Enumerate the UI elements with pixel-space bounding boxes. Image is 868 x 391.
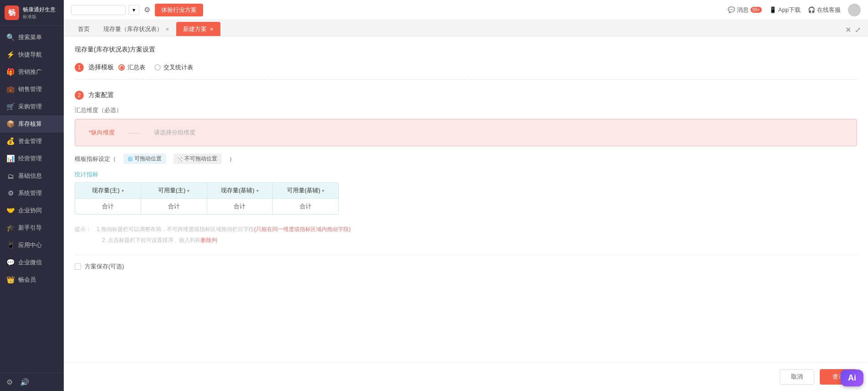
logo-title: 畅康通好生意 bbox=[23, 6, 56, 14]
chevron-down-icon-0: ▾ bbox=[122, 188, 124, 193]
stats-col-body-0: 合计 bbox=[75, 199, 141, 214]
app-download-item[interactable]: 📱 App下载 bbox=[769, 6, 801, 14]
dimension-box[interactable]: *纵向维度 —— 请选择分组维度 bbox=[75, 119, 857, 146]
sidebar-item-quicknav[interactable]: ⚡快捷导航 bbox=[0, 46, 64, 63]
sidebar-label-cooperation: 企业协同 bbox=[18, 206, 42, 215]
topbar-search-input[interactable] bbox=[71, 5, 126, 15]
sidebar-item-wechat[interactable]: 💬企业微信 bbox=[0, 254, 64, 271]
tab-inventory-status[interactable]: 现存量（库存状况表） ✕ bbox=[97, 22, 176, 36]
sidebar-item-appcenter[interactable]: 📱应用中心 bbox=[0, 237, 64, 254]
stats-col-header-1[interactable]: 可用量(主) ▾ bbox=[141, 183, 207, 199]
stats-col-2: 现存量(基辅) ▾ bbox=[207, 183, 273, 199]
online-service-item[interactable]: 🎧 在线客服 bbox=[808, 6, 841, 14]
save-checkbox[interactable] bbox=[75, 263, 81, 270]
panel-close-icon[interactable]: ✕ bbox=[845, 26, 851, 34]
step2-section: 2 方案配置 汇总维度（必选） *纵向维度 —— 请选择分组维度 模板指标设定（… bbox=[75, 91, 857, 278]
sidebar-item-basic[interactable]: 🗂基础信息 bbox=[0, 167, 64, 185]
tips-title: 提示： 1.拖动标题栏可以调整布局，不可跨维度或指标区域拖动栏目字段 bbox=[75, 226, 254, 232]
page-title: 现存量(库存状况表)方案设置 bbox=[75, 46, 857, 54]
tips-delete-highlight: 删除列 bbox=[201, 237, 217, 243]
tips-row-2: 2. 点击标题栏下拉可设置排序、插入列和删除列 bbox=[75, 235, 857, 246]
dim-separator: —— bbox=[128, 129, 140, 136]
sidebar-bottom: ⚙ 🔊 bbox=[0, 373, 64, 391]
tab-inventory-label: 现存量（库存状况表） bbox=[103, 25, 163, 33]
tab-home[interactable]: 首页 bbox=[71, 22, 97, 36]
stats-col-label-0: 现存量(主) bbox=[92, 186, 120, 195]
sidebar-item-cooperation[interactable]: 🤝企业协同 bbox=[0, 202, 64, 219]
sidebar-item-newguide[interactable]: 🎓新手引导 bbox=[0, 219, 64, 237]
tab-inventory-close[interactable]: ✕ bbox=[165, 26, 169, 32]
sidebar-item-search[interactable]: 🔍搜索菜单 bbox=[0, 29, 64, 46]
content-area: 现存量(库存状况表)方案设置 1 选择模板 汇总表 交叉统计表 bbox=[64, 36, 868, 362]
step2-title: 方案配置 bbox=[88, 91, 114, 99]
tab-new-plan[interactable]: 新建方案 ✕ bbox=[176, 22, 220, 36]
phone-icon: 📱 bbox=[769, 6, 776, 13]
purchase-icon: 🛒 bbox=[6, 103, 15, 111]
sidebar-item-system[interactable]: ⚙系统管理 bbox=[0, 185, 64, 202]
tab-new-plan-close[interactable]: ✕ bbox=[209, 26, 214, 32]
stats-table: 现存量(主) ▾ 可用量(主) ▾ 现存量(基辅) ▾ 可用量(基辅) ▾ 合计… bbox=[75, 182, 339, 215]
template-options: 汇总表 交叉统计表 bbox=[118, 63, 193, 72]
fixed-label: 不可拖动位置 bbox=[184, 155, 217, 163]
stats-col-value-3: 合计 bbox=[273, 199, 338, 214]
fixed-chip: 不可拖动位置 bbox=[174, 154, 222, 164]
sidebar-label-system: 系统管理 bbox=[18, 189, 42, 197]
dim-required-label: *纵向维度 bbox=[89, 129, 115, 137]
sidebar-item-marketing[interactable]: 🎁营销推广 bbox=[0, 63, 64, 81]
step1-header: 1 选择模板 汇总表 交叉统计表 bbox=[75, 63, 857, 72]
footer-buttons: 取消 查询 bbox=[64, 362, 868, 391]
sidebar-label-finance: 资金管理 bbox=[18, 137, 42, 145]
sidebar-item-member[interactable]: 👑畅会员 bbox=[0, 271, 64, 288]
newguide-icon: 🎓 bbox=[6, 224, 15, 232]
sidebar-item-inventory[interactable]: 📦库存核算 bbox=[0, 115, 64, 133]
ai-badge[interactable]: Ai bbox=[841, 370, 863, 386]
fixed-dot bbox=[178, 157, 183, 161]
topbar-gear-icon[interactable]: ⚙ bbox=[144, 5, 150, 14]
save-checkbox-label: 方案保存(可选) bbox=[85, 262, 124, 271]
topbar: ▾ ⚙ 体验行业方案 💬 消息 99+ 📱 App下载 🎧 在线客服 bbox=[64, 0, 868, 20]
sidebar-item-sales[interactable]: 💼销售管理 bbox=[0, 81, 64, 98]
app-download-label: App下载 bbox=[778, 6, 801, 14]
search-icon: 🔍 bbox=[6, 33, 15, 41]
sidebar-label-quicknav: 快捷导航 bbox=[18, 51, 42, 59]
sidebar-label-basic: 基础信息 bbox=[18, 172, 42, 180]
trial-btn[interactable]: 体验行业方案 bbox=[155, 4, 203, 16]
user-avatar[interactable] bbox=[848, 4, 861, 16]
stats-col-header-0[interactable]: 现存量(主) ▾ bbox=[75, 183, 141, 199]
sidebar-label-wechat: 企业微信 bbox=[18, 258, 42, 267]
cooperation-icon: 🤝 bbox=[6, 206, 15, 215]
stats-col-1: 可用量(主) ▾ bbox=[141, 183, 207, 199]
stats-col-header-2[interactable]: 现存量(基辅) ▾ bbox=[207, 183, 273, 199]
tabbar: 首页 现存量（库存状况表） ✕ 新建方案 ✕ ✕ ⤢ bbox=[64, 20, 868, 36]
logo-text: 畅康通好生意 标准版 bbox=[23, 6, 56, 20]
inventory-icon: 📦 bbox=[6, 120, 15, 128]
stats-col-header-3[interactable]: 可用量(基辅) ▾ bbox=[273, 183, 338, 199]
radio-cross-circle bbox=[154, 64, 161, 71]
summary-dim-label: 汇总维度（必选） bbox=[75, 106, 857, 114]
sidebar-label-sales: 销售管理 bbox=[18, 85, 42, 93]
step1-badge: 1 bbox=[75, 63, 84, 72]
radio-cross[interactable]: 交叉统计表 bbox=[154, 63, 193, 72]
radio-summary[interactable]: 汇总表 bbox=[118, 63, 145, 72]
sidebar-label-marketing: 营销推广 bbox=[18, 68, 42, 76]
sidebar-item-operation[interactable]: 📊经营管理 bbox=[0, 150, 64, 167]
cancel-button[interactable]: 取消 bbox=[780, 369, 814, 385]
panel-expand-icon[interactable]: ⤢ bbox=[855, 26, 861, 34]
settings-icon[interactable]: ⚙ bbox=[6, 378, 13, 386]
stats-col-label-3: 可用量(基辅) bbox=[287, 186, 321, 195]
sidebar-item-finance[interactable]: 💰资金管理 bbox=[0, 133, 64, 150]
stats-table-body: 合计合计合计合计 bbox=[75, 199, 338, 214]
sidebar-item-purchase[interactable]: 🛒采购管理 bbox=[0, 98, 64, 115]
dim-placeholder: 请选择分组维度 bbox=[154, 129, 195, 137]
topbar-dropdown-btn[interactable]: ▾ bbox=[128, 5, 139, 15]
stats-col-3: 可用量(基辅) ▾ bbox=[273, 183, 338, 199]
message-item[interactable]: 💬 消息 99+ bbox=[728, 6, 762, 14]
sidebar-label-member: 畅会员 bbox=[18, 276, 36, 284]
system-icon: ⚙ bbox=[6, 189, 15, 197]
radio-cross-label: 交叉统计表 bbox=[163, 63, 193, 72]
step1-section: 1 选择模板 汇总表 交叉统计表 bbox=[75, 63, 857, 80]
stats-col-body-3: 合计 bbox=[273, 199, 338, 214]
speaker-icon[interactable]: 🔊 bbox=[20, 378, 29, 386]
stats-col-label-2: 现存量(基辅) bbox=[221, 186, 255, 195]
chevron-down-icon: ▾ bbox=[133, 7, 135, 13]
